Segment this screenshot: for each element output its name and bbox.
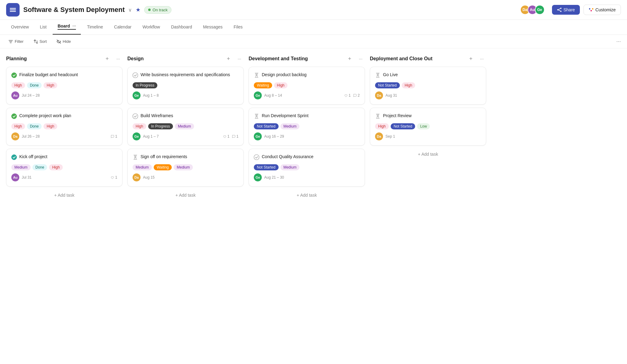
column-title-design: Design — [127, 56, 222, 61]
column-planning: Planning + ··· Finalize budget and headc… — [6, 54, 122, 201]
column-more-button-development[interactable]: ··· — [356, 54, 365, 63]
avatar-ge[interactable]: Ge — [535, 5, 545, 15]
project-title: Software & System Deployment — [23, 6, 125, 14]
column-add-button-deployment[interactable]: + — [467, 54, 475, 63]
task-card-c11[interactable]: Project Review HighNot StartedLow Da Sep… — [370, 108, 486, 146]
column-add-button-development[interactable]: + — [345, 54, 354, 63]
card-status-icon — [375, 72, 381, 79]
tab-timeline[interactable]: Timeline — [82, 21, 108, 34]
svg-point-15 — [133, 114, 138, 119]
tag-high: High — [402, 82, 415, 88]
tab-calendar[interactable]: Calendar — [109, 21, 137, 34]
on-track-dot — [148, 9, 151, 11]
card-date: Aug 1 – 7 — [143, 134, 220, 139]
top-header: Software & System Deployment ∨ ★ On trac… — [0, 0, 627, 20]
tag-medium: Medium — [280, 123, 300, 129]
column-more-button-planning[interactable]: ··· — [114, 54, 122, 63]
comment-count: 1 — [232, 134, 238, 139]
card-status-icon — [11, 72, 17, 79]
card-tags: MediumDoneHigh — [11, 164, 117, 170]
add-task-button-planning[interactable]: + Add task — [6, 190, 122, 201]
card-title: Sign off on requirements — [141, 154, 187, 160]
like-count: 1 — [344, 93, 351, 98]
card-footer: Ge Aug 8 – 14 12 — [254, 91, 360, 99]
card-footer: Da Jul 26 – 28 1 — [11, 132, 117, 140]
column-title-planning: Planning — [6, 56, 100, 61]
task-card-c8[interactable]: Run Development Sprint Not StartedMedium… — [249, 108, 365, 146]
card-avatar: Ge — [254, 132, 262, 140]
card-status-icon — [133, 113, 138, 120]
task-card-c9[interactable]: Conduct Quality Assurance Not StartedMed… — [249, 149, 365, 187]
card-title-row: Sign off on requirements — [133, 154, 238, 161]
tag-in-progress: In Progress — [133, 82, 157, 88]
title-dropdown-icon[interactable]: ∨ — [128, 7, 132, 13]
board-container: Planning + ··· Finalize budget and headc… — [0, 48, 627, 363]
card-avatar: Ge — [254, 173, 262, 181]
card-footer: Da Aug 31 — [375, 91, 481, 99]
tag-high: High — [133, 123, 146, 129]
svg-point-13 — [12, 155, 17, 160]
share-label: Share — [564, 7, 575, 12]
task-card-c5[interactable]: Build Wireframes HighIn ProgressMedium G… — [127, 108, 244, 146]
column-more-button-design[interactable]: ··· — [235, 54, 244, 63]
card-avatar: Da — [375, 91, 383, 99]
tag-low: Low — [417, 123, 430, 129]
task-card-c10[interactable]: Go Live Not StartedHigh Da Aug 31 — [370, 67, 486, 105]
star-icon[interactable]: ★ — [136, 6, 141, 13]
svg-point-11 — [12, 73, 17, 78]
filter-button[interactable]: Filter — [6, 38, 26, 45]
tab-overview[interactable]: Overview — [6, 21, 34, 34]
tab-workflow[interactable]: Workflow — [137, 21, 165, 34]
tag-high: High — [43, 82, 57, 88]
task-card-c7[interactable]: Design product backlog WaitingHigh Ge Au… — [249, 67, 365, 105]
filter-label: Filter — [15, 39, 24, 44]
svg-point-5 — [557, 9, 558, 10]
tag-done: Done — [32, 164, 47, 170]
card-title-row: Go Live — [375, 72, 481, 79]
hide-label: Hide — [63, 39, 71, 44]
tab-board[interactable]: Board ··· — [53, 20, 81, 35]
card-status-icon — [254, 154, 259, 161]
tab-messages[interactable]: Messages — [198, 21, 227, 34]
toolbar-more-button[interactable]: ··· — [616, 38, 621, 45]
svg-point-16 — [254, 155, 259, 160]
comment-count: 1 — [111, 134, 117, 139]
card-date: Aug 31 — [385, 93, 479, 98]
card-avatar: Da — [375, 132, 383, 140]
customize-button[interactable]: Customize — [584, 5, 621, 15]
card-footer: Ge Aug 1 – 7 11 — [133, 132, 238, 140]
task-card-c6[interactable]: Sign off on requirements MediumWaitingMe… — [127, 149, 244, 187]
menu-button[interactable] — [6, 3, 20, 17]
tab-files[interactable]: Files — [229, 21, 248, 34]
svg-line-6 — [558, 9, 560, 9]
add-task-button-development[interactable]: + Add task — [249, 190, 365, 201]
column-add-button-design[interactable]: + — [224, 54, 233, 63]
tab-list[interactable]: List — [35, 21, 51, 34]
svg-point-12 — [12, 114, 17, 119]
sort-button[interactable]: Sort — [31, 38, 49, 45]
card-footer: Da Sep 1 — [375, 132, 481, 140]
card-title: Build Wireframes — [141, 113, 173, 119]
share-button[interactable]: Share — [552, 5, 580, 15]
column-development: Development and Testing + ··· Design pro… — [249, 54, 365, 201]
task-card-c3[interactable]: Kick off project MediumDoneHigh Au Jul 3… — [6, 149, 122, 187]
column-more-button-deployment[interactable]: ··· — [478, 54, 486, 63]
add-task-button-deployment[interactable]: + Add task — [370, 149, 486, 160]
task-card-c1[interactable]: Finalize budget and headcount HighDoneHi… — [6, 67, 122, 105]
tag-medium: Medium — [11, 164, 31, 170]
card-footer: Ge Aug 16 – 29 — [254, 132, 360, 140]
task-card-c4[interactable]: Write business requirements and specific… — [127, 67, 244, 105]
add-task-button-design[interactable]: + Add task — [127, 190, 244, 201]
column-add-button-planning[interactable]: + — [103, 54, 111, 63]
card-date: Aug 1 – 8 — [143, 93, 236, 98]
nav-tabs: Overview List Board ··· Timeline Calenda… — [0, 20, 627, 35]
card-date: Jul 31 — [22, 175, 108, 180]
card-date: Aug 15 — [143, 175, 236, 180]
tag-medium: Medium — [175, 123, 194, 129]
tab-dashboard[interactable]: Dashboard — [166, 21, 197, 34]
card-title: Finalize budget and headcount — [19, 72, 78, 78]
task-card-c2[interactable]: Complete project work plan HighDoneHigh … — [6, 108, 122, 146]
like-count: 1 — [223, 134, 230, 139]
hide-button[interactable]: Hide — [54, 38, 73, 45]
tag-medium: Medium — [133, 164, 152, 170]
